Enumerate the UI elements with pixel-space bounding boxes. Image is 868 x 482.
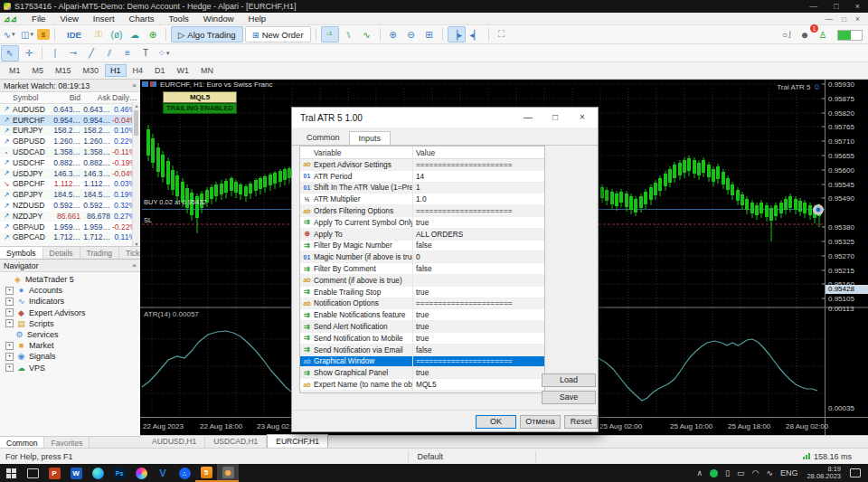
text-tool-icon[interactable]: T (137, 46, 154, 61)
candle-chart-icon[interactable]: ⑊ (341, 27, 357, 42)
input-row[interactable]: 01Magic Number (if above is true)0 (300, 251, 544, 263)
load-button[interactable]: Load (542, 373, 596, 387)
input-value[interactable]: true (412, 334, 544, 343)
timeframe-m1[interactable]: M1 (4, 64, 26, 77)
connection-toggle[interactable] (837, 30, 863, 41)
chart-tab-audusdh1[interactable]: AUDUSD,H1 (144, 435, 205, 448)
input-value[interactable]: false (412, 345, 544, 354)
timeframe-h1[interactable]: H1 (105, 64, 127, 77)
maximize-icon[interactable]: □ (834, 2, 838, 11)
input-row[interactable]: ½ATR Multiplier1.0 (300, 194, 544, 205)
timeframe-w1[interactable]: W1 (172, 64, 195, 77)
input-row[interactable]: ⇉Filter By Commentfalse (300, 263, 544, 275)
expand-icon[interactable]: + (5, 353, 14, 361)
navigator-item-expert-advisors[interactable]: +◆Expert Advisors (0, 307, 140, 318)
taskbar-mt5-app[interactable]: ◉ (217, 464, 239, 482)
fibonacci-icon[interactable]: ≡ (119, 46, 136, 61)
reset-button[interactable]: Reset (564, 415, 598, 429)
mw-col-daily[interactable]: Daily… (112, 93, 138, 102)
menu-tools[interactable]: Tools (162, 14, 196, 24)
navigator-item-scripts[interactable]: +▤Scripts (0, 318, 140, 329)
navigator-item-metatrader-5[interactable]: ◈MetaTrader 5 (0, 274, 140, 285)
timeframe-m15[interactable]: M15 (50, 64, 77, 77)
input-row[interactable]: abComment (if above is true) (300, 275, 544, 287)
input-row[interactable]: abExpert Name (to name the objects)MQL5 (300, 379, 544, 391)
algo-trading-button[interactable]: ▷Algo Trading (171, 26, 243, 43)
mw-col-bid[interactable]: Bid (52, 93, 82, 102)
input-row[interactable]: 01ATR Period14 (300, 171, 544, 183)
input-value[interactable]: ====================== (412, 160, 544, 169)
child-restore-icon[interactable]: □ (842, 14, 846, 24)
close-icon[interactable]: × (132, 81, 137, 90)
market-watch-row[interactable]: ↗EURJPY158.2…158.2…0.10% (0, 126, 140, 137)
input-value[interactable]: 1 (412, 183, 544, 192)
navigator-item-accounts[interactable]: +●Accounts (0, 285, 140, 296)
navigator-item-vps[interactable]: +☁VPS (0, 363, 140, 373)
input-row[interactable]: ⇉Send Notification via Emailfalse (300, 345, 544, 356)
crosshair-icon[interactable]: ✛ (21, 46, 37, 61)
tray-language[interactable]: ENG (780, 468, 798, 477)
taskbar-word[interactable]: W (65, 464, 87, 482)
input-row[interactable]: ⇉Send Notification to Mobiletrue (300, 333, 544, 345)
zoom-in-icon[interactable]: ⊕ (385, 27, 401, 42)
input-row[interactable]: 01Shift In The ATR Value (1=Previous Ca.… (300, 183, 544, 194)
auto-scroll-icon[interactable]: ◂▏ (467, 27, 484, 42)
input-row[interactable]: ⊕Apply ToALL ORDERS (300, 229, 544, 241)
chart-style-icon[interactable]: ∿▾ (1, 27, 17, 42)
timeframe-m5[interactable]: M5 (27, 64, 50, 77)
tray-green-icon[interactable] (710, 469, 718, 477)
expand-icon[interactable]: + (5, 364, 14, 372)
dialog-close-icon[interactable]: × (567, 108, 598, 128)
expand-icon[interactable]: + (5, 298, 14, 306)
screenshot-icon[interactable]: ⛶ (494, 27, 510, 42)
child-close-icon[interactable]: × (855, 14, 860, 24)
mw-tab-details[interactable]: Details (43, 247, 80, 259)
navigator-item-signals[interactable]: +◉Signals (0, 351, 140, 362)
taskbar-vpn-app[interactable]: V (152, 464, 174, 482)
taskbar-mt5-setup[interactable]: 5 (195, 464, 217, 482)
market-watch-row[interactable]: ↗GBPUSD1.260…1.260…0.22% (0, 136, 140, 146)
input-row[interactable]: abExpert Advisor Settings===============… (300, 159, 544, 171)
market-watch-row[interactable]: ↗EURCHF0.954…0.954…-0.04% (0, 115, 140, 126)
timeframe-mn[interactable]: MN (195, 64, 219, 77)
expand-icon[interactable]: + (5, 287, 14, 295)
input-value[interactable]: ====================== (412, 206, 544, 215)
input-row[interactable]: abOrders Filtering Options==============… (300, 205, 544, 217)
action-center-icon[interactable] (850, 468, 861, 477)
timeframe-m30[interactable]: M30 (78, 64, 105, 77)
input-value[interactable]: true (412, 310, 544, 319)
status-profile[interactable]: Default (409, 452, 535, 461)
bar-chart-icon[interactable]: 𝆥¹ (321, 26, 339, 43)
variable-column-header[interactable]: Variable (314, 148, 412, 157)
tray-chevron-icon[interactable]: ∧ (696, 468, 703, 477)
channel-icon[interactable]: ⫽ (101, 46, 118, 61)
vertical-line-icon[interactable]: ⎰ (47, 46, 63, 61)
taskbar-powerpoint[interactable]: P (43, 464, 65, 482)
dialog-minimize-icon[interactable]: — (513, 108, 543, 128)
timeframe-h4[interactable]: H4 (127, 64, 149, 77)
input-value[interactable]: 1.0 (412, 194, 544, 203)
ea-chart-label[interactable]: Tral ATR 5 ☺ (777, 82, 821, 91)
line-chart-icon[interactable]: ∿ (359, 27, 375, 42)
tray-battery-icon[interactable]: ▭ (737, 468, 745, 477)
market-watch-row[interactable]: ↗GBPAUD1.959…1.959…-0.22% (0, 222, 140, 232)
input-value[interactable]: 14 (412, 172, 544, 181)
expand-icon[interactable]: + (5, 342, 14, 350)
input-row[interactable]: ⇉Enable Notifications featuretrue (300, 309, 544, 321)
input-value[interactable]: true (412, 368, 544, 377)
input-value[interactable]: 20 (412, 392, 544, 393)
menu-file[interactable]: File (24, 14, 52, 24)
scrollbar[interactable]: ▴▾ (132, 102, 140, 247)
navigator-item-market[interactable]: +■Market (0, 340, 140, 351)
market-watch-row[interactable]: ↗USDJPY146.3…146.3…-0.04% (0, 168, 140, 179)
input-value[interactable]: ====================== (412, 298, 544, 307)
menu-insert[interactable]: Insert (86, 14, 122, 24)
input-value[interactable]: ALL ORDERS (412, 230, 544, 239)
horizontal-line-icon[interactable]: ⊸ (65, 46, 81, 61)
broadcast-icon[interactable]: (ø) (108, 27, 125, 42)
cancel-button[interactable]: Отмена (520, 415, 561, 429)
mw-tab-trading[interactable]: Trading (80, 247, 120, 259)
menu-window[interactable]: Window (196, 14, 241, 24)
value-column-header[interactable]: Value (412, 148, 544, 157)
input-value[interactable]: true (412, 218, 544, 227)
